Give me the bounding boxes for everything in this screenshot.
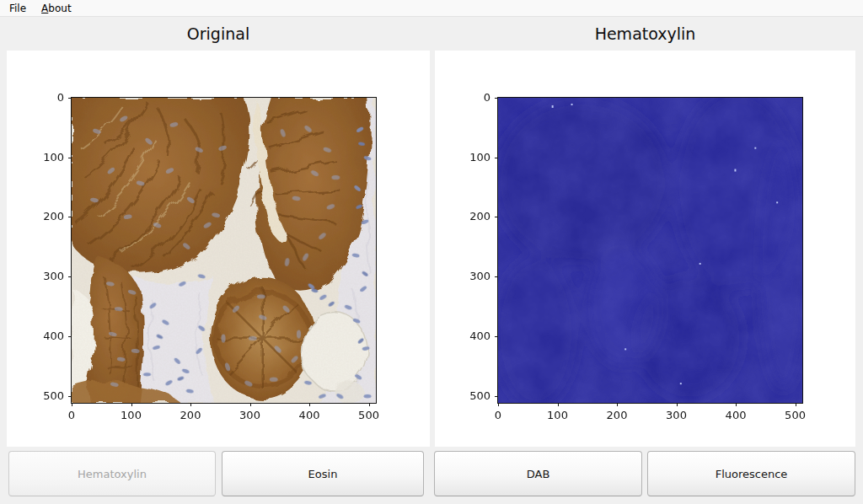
x-tick-label: 0 [68, 409, 75, 421]
y-tick-label: 500 [469, 389, 490, 402]
original-figure-panel: 01002003004005000100200300400500 [7, 51, 430, 447]
y-tick-mark [68, 98, 72, 99]
x-tick-mark [736, 403, 737, 406]
x-tick-label: 100 [547, 409, 568, 421]
hematoxylin-panel-title: Hematoxylin [435, 24, 855, 43]
hematoxylin-button: Hematoxylin [8, 451, 216, 496]
y-tick-mark [495, 276, 498, 277]
y-tick-mark [68, 396, 72, 397]
y-tick-mark [495, 336, 498, 337]
x-tick-label: 300 [239, 409, 260, 421]
x-tick-label: 500 [358, 409, 379, 421]
hematoxylin-figure-panel: 01002003004005000100200300400500 [435, 51, 855, 447]
x-tick-label: 400 [299, 409, 320, 421]
y-tick-mark [495, 98, 498, 99]
y-tick-mark [68, 336, 72, 337]
y-tick-label: 200 [469, 211, 490, 223]
x-tick-label: 200 [607, 409, 628, 421]
hematoxylin-channel-image [498, 98, 802, 403]
original-panel-title: Original [7, 24, 430, 43]
x-tick-mark [369, 403, 370, 406]
y-tick-label: 400 [469, 330, 490, 342]
y-tick-label: 100 [43, 151, 64, 164]
x-tick-label: 100 [121, 409, 142, 421]
y-tick-label: 400 [43, 330, 64, 342]
x-tick-label: 400 [726, 409, 747, 421]
y-tick-mark [68, 217, 72, 217]
fluorescence-button[interactable]: Fluorescence [647, 451, 855, 496]
y-tick-mark [68, 158, 72, 158]
x-tick-mark [309, 403, 310, 406]
y-tick-mark [495, 396, 498, 397]
y-tick-label: 200 [43, 211, 64, 223]
original-tissue-image [72, 98, 376, 403]
x-tick-mark [677, 403, 678, 406]
x-tick-mark [190, 403, 191, 406]
x-tick-mark [796, 403, 796, 406]
menubar: FileAbout [0, 0, 863, 17]
x-tick-mark [131, 403, 132, 406]
x-tick-mark [72, 403, 72, 406]
hematoxylin-image-axes: 01002003004005000100200300400500 [497, 97, 803, 404]
x-tick-mark [498, 403, 499, 406]
x-tick-label: 0 [495, 409, 501, 421]
y-tick-mark [495, 158, 498, 158]
y-tick-label: 500 [43, 389, 64, 402]
x-tick-mark [558, 403, 559, 406]
eosin-button[interactable]: Eosin [222, 451, 424, 496]
y-tick-label: 0 [57, 91, 64, 104]
y-tick-label: 300 [469, 270, 490, 282]
menu-item-about[interactable]: About [34, 2, 79, 15]
y-tick-label: 300 [43, 270, 64, 282]
y-tick-mark [68, 276, 72, 277]
y-tick-label: 100 [469, 151, 490, 164]
x-tick-mark [617, 403, 618, 406]
x-tick-label: 200 [180, 409, 201, 421]
x-tick-label: 500 [785, 409, 806, 421]
y-tick-label: 0 [484, 91, 490, 104]
menu-item-file[interactable]: File [2, 2, 34, 15]
dab-button[interactable]: DAB [434, 451, 642, 496]
x-tick-label: 300 [666, 409, 687, 421]
y-tick-mark [495, 217, 498, 217]
original-image-axes: 01002003004005000100200300400500 [71, 97, 377, 404]
x-tick-mark [250, 403, 251, 406]
